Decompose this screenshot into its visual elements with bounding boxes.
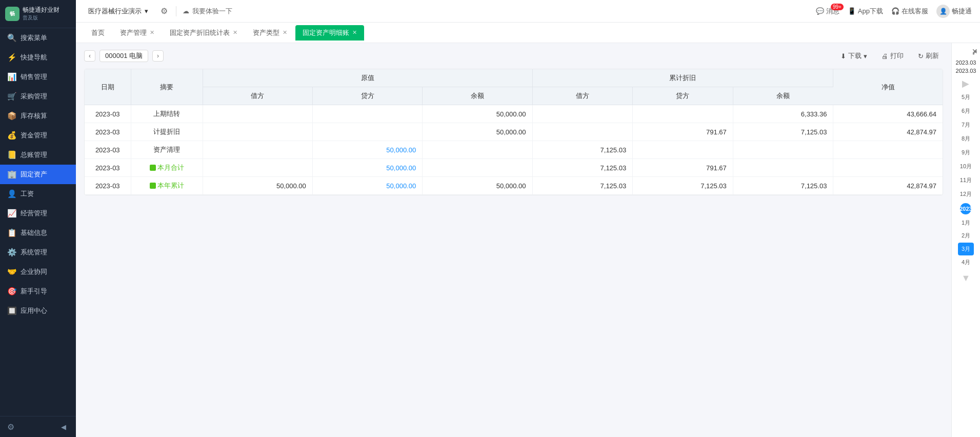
table-row: 2023-03 计提折旧 50,000.00 791.67 7,125.03 4… (85, 123, 943, 141)
tab-asset-type[interactable]: 资产类型✕ (246, 25, 294, 41)
cell-acc-debit (532, 105, 633, 123)
sidebar-item-fixed-assets[interactable]: 🏢固定资产 (0, 165, 76, 184)
finance-icon: 💰 (7, 131, 16, 140)
tab-label-asset-type: 资产类型 (253, 28, 279, 37)
panel-expand-icon[interactable]: ▶ (956, 77, 976, 90)
tab-depreciation-stats[interactable]: 固定资产折旧统计表✕ (163, 25, 245, 41)
sidebar-item-enterprise[interactable]: 🤝企业协同 (0, 262, 76, 282)
tab-close-asset-type[interactable]: ✕ (283, 29, 287, 36)
cell-net-value: 42,874.97 (833, 177, 943, 195)
panel-month-item[interactable]: 9月 (956, 146, 976, 160)
sidebar-label-fixed-assets: 固定资产 (21, 170, 47, 179)
sidebar-item-app-center[interactable]: 🔲应用中心 (0, 301, 76, 321)
th-orig-debit: 借方 (203, 87, 312, 105)
sidebar-item-ledger[interactable]: 📒总账管理 (0, 145, 76, 165)
cell-summary: 本月合计 (131, 159, 203, 177)
cell-orig-credit: 50,000.00 (312, 177, 422, 195)
panel-year-label: 2023 (956, 201, 976, 216)
sidebar-item-guide[interactable]: 🎯新手引导 (0, 282, 76, 301)
cell-acc-credit: 791.67 (633, 123, 733, 141)
sidebar-item-system[interactable]: ⚙️系统管理 (0, 243, 76, 262)
customer-service-icon: 🎧 (891, 7, 899, 15)
cell-summary: 计提折旧 (131, 123, 203, 141)
refresh-btn[interactable]: ↻ 刷新 (914, 49, 943, 63)
panel-month-item[interactable]: 11月 (956, 173, 976, 187)
topbar-divider (176, 6, 176, 16)
panel-month-item[interactable]: 10月 (956, 160, 976, 173)
company-name: 医疗器械行业演示 (88, 7, 142, 16)
print-btn[interactable]: 🖨 打印 (877, 49, 908, 63)
refresh-icon: ↻ (918, 52, 924, 60)
customer-service-btn[interactable]: 🎧 在线客服 (891, 7, 928, 16)
print-label: 打印 (890, 51, 904, 61)
year-badge: 2023 (960, 203, 971, 214)
sidebar-label-quick-nav: 快捷导航 (21, 53, 47, 62)
main-area: 医疗器械行业演示 ▾ ⚙ ☁ 我要体验一下 💬 消息 99+ 📱 App下载 🎧… (76, 0, 980, 437)
cell-orig-debit (203, 105, 312, 123)
cell-acc-balance: 7,125.03 (733, 177, 833, 195)
sidebar-item-finance[interactable]: 💰资金管理 (0, 126, 76, 145)
cell-acc-balance (733, 141, 833, 159)
sidebar-item-quick-nav[interactable]: ⚡快捷导航 (0, 48, 76, 67)
messages-btn[interactable]: 💬 消息 99+ (816, 7, 839, 16)
sidebar-label-purchase: 采购管理 (21, 92, 47, 101)
sidebar-item-payroll[interactable]: 👤工资 (0, 184, 76, 204)
cell-acc-debit: 7,125.03 (532, 141, 633, 159)
th-acc-balance: 余额 (733, 87, 833, 105)
sidebar-item-basic-info[interactable]: 📋基础信息 (0, 223, 76, 243)
panel-month-item[interactable]: 12月 (956, 187, 976, 201)
table-row: 2023-03 本年累计 50,000.00 50,000.00 50,000.… (85, 177, 943, 195)
panel-bottom-expand[interactable]: ▼ (956, 271, 976, 286)
tab-asset-detail-ledger[interactable]: 固定资产明细账✕ (295, 25, 364, 41)
panel-month-item[interactable]: 6月 (956, 104, 976, 118)
sidebar-item-purchase[interactable]: 🛒采购管理 (0, 87, 76, 106)
experience-btn[interactable]: ☁ 我要体验一下 (183, 7, 232, 16)
sidebar-item-search[interactable]: 🔍搜索菜单 (0, 28, 76, 48)
tab-home[interactable]: 首页 (84, 25, 112, 41)
tab-asset-management[interactable]: 资产管理✕ (113, 25, 162, 41)
tab-close-asset-management[interactable]: ✕ (150, 29, 154, 36)
panel-month-item[interactable]: 2月 (956, 229, 976, 242)
cell-acc-debit: 7,125.03 (532, 159, 633, 177)
cell-acc-debit (532, 123, 633, 141)
sidebar-label-app-center: 应用中心 (21, 306, 47, 315)
close-panel-btn[interactable]: ✕ (972, 47, 978, 55)
logo-icon: 畅 (5, 7, 19, 21)
download-btn[interactable]: ⬇ 下载 ▾ (836, 49, 871, 63)
sidebar-item-inventory[interactable]: 📦库存核算 (0, 106, 76, 126)
sidebar-logo: 畅 畅捷通好业财 普及版 (0, 0, 76, 28)
th-orig-balance: 余额 (423, 87, 532, 105)
panel-month-item[interactable]: 4月 (956, 256, 976, 269)
company-selector[interactable]: 医疗器械行业演示 ▾ (84, 5, 152, 18)
download-label: 下载 (848, 51, 862, 61)
cell-date: 2023-03 (85, 123, 131, 141)
prev-asset-btn[interactable]: ‹ (84, 50, 95, 62)
panel-month-item[interactable]: 5月 (956, 90, 976, 104)
settings-icon[interactable]: ⚙ (7, 422, 14, 432)
panel-month-item[interactable]: 8月 (956, 132, 976, 146)
asset-name: 电脑 (129, 52, 143, 59)
asset-code: 000001 (105, 52, 127, 59)
sidebar-item-sales[interactable]: 📊销售管理 (0, 67, 76, 87)
panel-month-item[interactable]: 1月 (956, 216, 976, 229)
panel-month-item[interactable]: 3月 (958, 243, 974, 255)
username: 畅捷通 (952, 7, 972, 16)
cell-orig-balance (423, 159, 532, 177)
right-panel-content: 2023.032023.03▶5月6月7月8月9月10月11月12月20231月… (956, 58, 976, 286)
app-download-btn[interactable]: 📱 App下载 (848, 7, 883, 16)
cell-orig-debit: 50,000.00 (203, 177, 312, 195)
cell-acc-credit: 791.67 (633, 159, 733, 177)
tab-close-depreciation-stats[interactable]: ✕ (233, 29, 237, 36)
content-area: ‹ 000001 电脑 › ⬇ 下载 ▾ 🖨 打印 (76, 43, 980, 437)
panel-month-item[interactable]: 7月 (956, 118, 976, 132)
tab-close-asset-detail-ledger[interactable]: ✕ (352, 29, 357, 36)
next-asset-btn[interactable]: › (152, 50, 164, 62)
sidebar-item-operations[interactable]: 📈经营管理 (0, 204, 76, 223)
panel-header-date2: 2023.03 (956, 67, 976, 75)
app-download-icon: 📱 (848, 7, 856, 15)
asset-actions: ⬇ 下载 ▾ 🖨 打印 ↻ 刷新 (836, 49, 943, 63)
tabs-container: 首页资产管理✕固定资产折旧统计表✕资产类型✕固定资产明细账✕ (84, 25, 364, 41)
user-menu[interactable]: 👤 畅捷通 (936, 5, 972, 18)
topbar-settings-icon[interactable]: ⚙ (158, 4, 170, 18)
collapse-button[interactable]: ◀ (58, 422, 69, 432)
